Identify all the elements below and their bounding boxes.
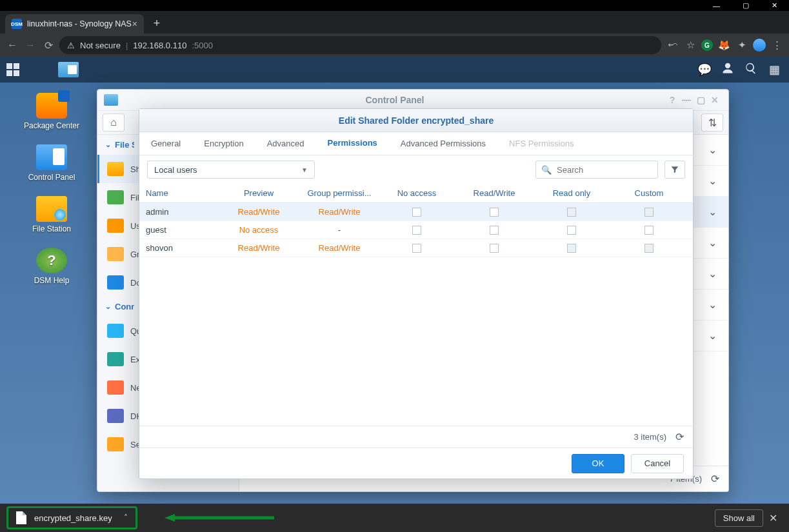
desktop-icon-package-center[interactable]: Package Center (19, 93, 84, 130)
file-icon (107, 190, 124, 204)
main-menu-icon[interactable] (6, 63, 19, 76)
reload-button[interactable]: ⟳ (41, 39, 55, 52)
window-header[interactable]: Control Panel ? — ▢ ✕ (97, 90, 728, 110)
funnel-icon (670, 165, 679, 174)
desktop-icon-dsm-help[interactable]: ? DSM Help (19, 248, 84, 285)
chevron-up-icon[interactable]: ˄ (124, 513, 128, 522)
extensions-puzzle-icon[interactable]: ✦ (735, 38, 749, 52)
tab-favicon: DSM (12, 19, 22, 29)
os-titlebar: — ▢ ✕ (0, 0, 789, 11)
search-icon[interactable] (743, 62, 759, 78)
close-download-bar-icon[interactable]: ✕ (763, 512, 783, 524)
home-button[interactable]: ⌂ (103, 113, 125, 132)
sort-button[interactable]: ⇅ (701, 113, 723, 132)
col-readwrite[interactable]: Read/Write (455, 184, 533, 202)
search-icon: 🔍 (541, 165, 552, 175)
user-icon[interactable] (719, 62, 736, 78)
extension-icon[interactable]: 🦊 (717, 38, 731, 52)
browser-tab-active[interactable]: DSM linuxhint-nas - Synology NAS × (5, 14, 144, 34)
chevron-down-icon: ▼ (301, 166, 308, 173)
window-minimize-icon[interactable]: — (679, 95, 694, 105)
chevron-down-icon: ⌄ (105, 302, 111, 311)
extension-grammarly-icon[interactable]: G (701, 39, 713, 51)
browser-menu-icon[interactable]: ⋮ (770, 38, 784, 52)
col-preview[interactable]: Preview (217, 184, 301, 202)
tab-close-icon[interactable]: × (132, 19, 137, 29)
svg-marker-1 (165, 514, 175, 522)
widgets-icon[interactable]: ▦ (766, 63, 783, 77)
edit-shared-folder-dialog: Edit Shared Folder encrypted_share Gener… (139, 108, 694, 479)
col-readonly[interactable]: Read only (533, 184, 610, 202)
package-center-icon (36, 93, 67, 119)
download-chip[interactable]: encrypted_share.key ˄ (6, 506, 137, 529)
tab-general[interactable]: General (139, 132, 192, 155)
col-custom[interactable]: Custom (610, 184, 688, 202)
reload-icon[interactable]: ⟳ (675, 431, 684, 443)
checkbox-readonly[interactable] (567, 226, 576, 235)
checkbox-readonly (567, 208, 576, 217)
url-port: :5000 (192, 41, 213, 50)
profile-avatar[interactable] (753, 39, 766, 52)
password-key-icon[interactable]: ⬿ (665, 38, 679, 52)
forward-button[interactable]: → (23, 39, 37, 51)
chevron-down-icon: ⌄ (708, 175, 717, 187)
address-bar[interactable]: ⚠ Not secure | 192.168.0.110:5000 (59, 36, 661, 54)
reload-icon[interactable]: ⟳ (711, 473, 719, 485)
window-help-icon[interactable]: ? (665, 95, 679, 105)
file-icon (16, 511, 26, 524)
search-box[interactable]: 🔍 (535, 161, 658, 179)
checkbox-readwrite[interactable] (490, 244, 499, 253)
chat-icon[interactable]: 💬 (696, 63, 713, 77)
table-row[interactable]: adminRead/WriteRead/Write (139, 203, 693, 221)
cell-name: admin (139, 203, 217, 221)
search-input[interactable] (555, 164, 666, 175)
tab-encryption[interactable]: Encryption (192, 132, 255, 155)
window-close-icon[interactable]: ✕ (708, 95, 722, 105)
new-tab-button[interactable]: + (148, 14, 166, 32)
window-maximize-icon[interactable]: ▢ (694, 95, 708, 105)
checkbox-readwrite[interactable] (490, 208, 499, 217)
col-noaccess[interactable]: No access (378, 184, 455, 202)
tab-advanced-permissions[interactable]: Advanced Permissions (389, 132, 497, 155)
col-name[interactable]: Name (139, 184, 217, 202)
tab-title: linuxhint-nas - Synology NAS (27, 19, 132, 28)
not-secure-label: Not secure (80, 41, 121, 50)
checkbox-readwrite[interactable] (490, 226, 499, 235)
chevron-down-icon: ⌄ (708, 330, 717, 342)
dialog-title: Edit Shared Folder encrypted_share (139, 109, 693, 132)
show-all-button[interactable]: Show all (715, 509, 763, 527)
desktop-icon-file-station[interactable]: File Station (19, 196, 84, 233)
checkbox-noaccess[interactable] (412, 244, 421, 253)
window-icon (104, 94, 118, 106)
cell-name: shovon (139, 239, 217, 257)
os-minimize-button[interactable]: — (702, 0, 731, 11)
desktop-icon-control-panel[interactable]: Control Panel (19, 144, 84, 182)
tab-permissions[interactable]: Permissions (316, 132, 389, 155)
cancel-button[interactable]: Cancel (631, 454, 684, 473)
back-button[interactable]: ← (5, 39, 19, 51)
control-panel-icon (36, 144, 67, 170)
dsm-taskbar: 💬 ▦ (0, 57, 789, 83)
tab-advanced[interactable]: Advanced (255, 132, 316, 155)
os-close-button[interactable]: ✕ (760, 0, 789, 11)
chevron-down-icon: ⌄ (105, 141, 111, 149)
bookmark-star-icon[interactable]: ☆ (683, 38, 697, 52)
table-row[interactable]: shovonRead/WriteRead/Write (139, 239, 693, 257)
browser-tabstrip: DSM linuxhint-nas - Synology NAS × + (0, 11, 789, 34)
chevron-down-icon: ⌄ (708, 237, 717, 249)
checkbox-noaccess[interactable] (412, 208, 421, 217)
ok-button[interactable]: OK (572, 454, 624, 473)
checkbox-noaccess[interactable] (412, 226, 421, 235)
filter-button[interactable] (664, 161, 685, 179)
os-maximize-button[interactable]: ▢ (731, 0, 760, 11)
dialog-tabs: General Encryption Advanced Permissions … (139, 132, 693, 155)
user-scope-select[interactable]: Local users ▼ (147, 161, 315, 179)
dialog-toolbar: Local users ▼ 🔍 (139, 155, 693, 184)
cell-name: guest (139, 221, 217, 239)
table-row[interactable]: guestNo access- (139, 221, 693, 239)
taskbar-app-controlpanel[interactable] (58, 62, 79, 77)
col-group[interactable]: Group permissi... (301, 184, 378, 202)
chevron-down-icon: ⌄ (708, 206, 717, 218)
checkbox-custom[interactable] (644, 226, 654, 235)
dialog-statusbar: 3 item(s) ⟳ (139, 426, 693, 448)
